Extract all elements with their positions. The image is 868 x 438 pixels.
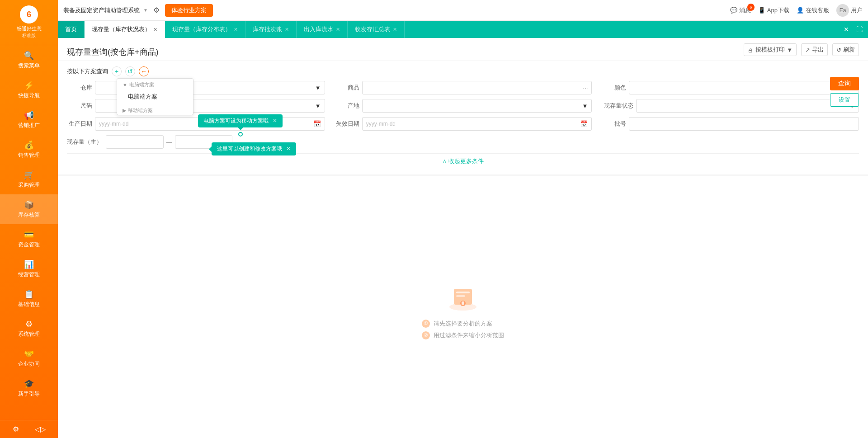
- sidebar-nav: 🔍 搜索菜单 ⚡ 快捷导航 📢 营销推广 💰 销售管理 🛒 采购管理 📦 库存核…: [0, 45, 58, 420]
- system-icon: ⚙: [25, 319, 33, 329]
- online-support-btn[interactable]: 👤 在线客服: [797, 6, 829, 14]
- refresh-btn[interactable]: ↺ 刷新: [832, 43, 859, 56]
- tab-inventory-status[interactable]: 现存量（库存状况表） ✕: [85, 21, 165, 38]
- filter-row-header: 按以下方案查询 + ↺ ←: [67, 66, 859, 76]
- sidebar-item-quick-nav[interactable]: ⚡ 快捷导航: [0, 75, 58, 105]
- sidebar-item-search[interactable]: 🔍 搜索菜单: [0, 45, 58, 75]
- sidebar-item-inventory[interactable]: 📦 库存核算: [0, 194, 58, 224]
- origin-select[interactable]: ▼: [362, 99, 592, 113]
- filter-stock-status: 现存量状态 ▼: [601, 99, 859, 113]
- tab-batch-account-close[interactable]: ✕: [285, 27, 289, 33]
- purchase-icon: 🛒: [24, 170, 34, 180]
- system-dropdown-arrow[interactable]: ▼: [143, 8, 148, 13]
- filter-row-3: 生产日期 yyyy-mm-dd 📅 失效日期 yyyy-mm-dd: [67, 117, 859, 131]
- refresh-scheme-btn[interactable]: ↺: [125, 66, 135, 76]
- color-select[interactable]: ▼: [629, 81, 859, 94]
- search-btn-group: 查询 设置: [830, 77, 859, 107]
- tab-collect-summary-close[interactable]: ✕: [393, 27, 397, 33]
- sidebar-item-sales[interactable]: 💰 销售管理: [0, 135, 58, 165]
- filter-production-date: 生产日期 yyyy-mm-dd 📅: [67, 117, 325, 131]
- collapse-bar[interactable]: ∧ 收起更多条件: [67, 153, 859, 169]
- tab-inventory-dist-close[interactable]: ✕: [234, 27, 238, 33]
- hint-text-2: 用过滤条件来缩小分析范围: [434, 331, 504, 339]
- tab-inout-flow[interactable]: 出入库流水 ✕: [297, 21, 348, 38]
- logo-icon: 6: [20, 5, 38, 24]
- expiry-date-start[interactable]: yyyy-mm-dd 📅: [362, 117, 592, 131]
- hint-num-1: ①: [422, 320, 430, 328]
- user-btn[interactable]: Ea 用户: [836, 4, 863, 17]
- collapse-arrow: ∧: [442, 158, 447, 165]
- inventory-icon: 📦: [24, 200, 34, 210]
- flash-icon: ⚡: [24, 80, 34, 90]
- production-date-start-calendar[interactable]: 📅: [313, 120, 321, 127]
- close-all-tabs-btn[interactable]: ✕: [842, 24, 851, 35]
- tab-inventory-dist[interactable]: 现存量（库存分布表） ✕: [165, 21, 245, 38]
- expiry-date-start-calendar[interactable]: 📅: [580, 120, 588, 127]
- tab-home[interactable]: 首页: [58, 21, 85, 38]
- trial-btn[interactable]: 体验行业方案: [165, 4, 213, 17]
- collapse-label: 收起更多条件: [448, 158, 484, 165]
- svg-rect-2: [456, 292, 470, 293]
- batch-input[interactable]: [629, 117, 859, 131]
- sidebar-item-marketing[interactable]: 📢 营销推广: [0, 105, 58, 135]
- sidebar-item-system[interactable]: ⚙ 系统管理: [0, 314, 58, 344]
- tabbar-actions: ✕ ⛶: [842, 24, 868, 35]
- sidebar-item-system-label: 系统管理: [18, 330, 40, 338]
- tab-home-label: 首页: [65, 25, 77, 33]
- sidebar-item-marketing-label: 营销推广: [18, 122, 40, 129]
- add-scheme-btn[interactable]: +: [112, 66, 122, 76]
- sidebar-item-purchase[interactable]: 🛒 采购管理: [0, 165, 58, 194]
- sidebar-item-finance[interactable]: 💳 资金管理: [0, 224, 58, 254]
- page-header: 现存量查询(按仓库+商品) 🖨 按模板打印 ▼ ↗ 导出 ↺ 刷新: [58, 38, 868, 61]
- topbar: 装备及固定资产辅助管理系统 ▼ ⚙ 体验行业方案 💬 消息 6 📱 App下载 …: [58, 0, 868, 21]
- mobile-icon: 📱: [758, 7, 765, 14]
- tab-inout-flow-close[interactable]: ✕: [336, 27, 340, 33]
- filter-color: 颜色 ▼: [601, 81, 859, 94]
- tab-batch-account-label: 库存批次账: [253, 25, 282, 33]
- print-dropdown-arrow: ▼: [787, 47, 793, 53]
- export-btn[interactable]: ↗ 导出: [801, 43, 828, 56]
- sidebar-item-basics[interactable]: 📋 基础信息: [0, 284, 58, 314]
- sidebar-item-guide[interactable]: 🎓 新手引导: [0, 373, 58, 403]
- tooltip-create-close[interactable]: ✕: [286, 146, 291, 152]
- online-support-label: 在线客服: [806, 6, 829, 14]
- scheme-desktop-item[interactable]: 电脑端方案: [117, 89, 193, 104]
- batch-label: 批号: [601, 120, 626, 128]
- scheme-item-label: 电脑端方案: [128, 93, 157, 101]
- stock-qty-min[interactable]: [106, 135, 164, 149]
- search-btn[interactable]: 查询: [830, 77, 859, 90]
- filter-section: 按以下方案查询 + ↺ ← ▼ 电脑端方案 电脑端方案 ▶ 移动端方案: [58, 61, 868, 174]
- tab-collect-summary[interactable]: 收发存汇总表 ✕: [348, 21, 405, 38]
- fullscreen-btn[interactable]: ⛶: [854, 24, 864, 35]
- print-btn[interactable]: 🖨 按模板打印 ▼: [744, 43, 797, 56]
- goods-select[interactable]: ···: [362, 81, 592, 94]
- tooltip-scheme-close[interactable]: ✕: [273, 118, 277, 124]
- reset-btn[interactable]: 设置: [830, 93, 859, 107]
- sidebar-item-enterprise[interactable]: 🤝 企业协同: [0, 344, 58, 373]
- back-scheme-btn[interactable]: ←: [139, 66, 149, 76]
- collapse-sidebar-btn[interactable]: ◁▷: [35, 425, 46, 433]
- scheme-desktop-label: 电脑端方案: [129, 81, 154, 88]
- stock-status-select[interactable]: ▼: [636, 99, 859, 113]
- sidebar-item-operations[interactable]: 📊 经营管理: [0, 254, 58, 284]
- scheme-mobile-label: 移动端方案: [128, 107, 153, 114]
- tabbar: 首页 现存量（库存状况表） ✕ 现存量（库存分布表） ✕ 库存批次账 ✕ 出入库…: [58, 21, 868, 38]
- sidebar-item-inventory-label: 库存核算: [18, 211, 40, 219]
- logo-text: 畅通好生意 标准版: [17, 25, 42, 39]
- message-badge: 6: [747, 4, 755, 11]
- hint-num-2: ②: [422, 331, 430, 339]
- message-icon: 💬: [730, 7, 737, 14]
- messages-btn[interactable]: 💬 消息 6: [730, 6, 751, 14]
- tab-batch-account[interactable]: 库存批次账 ✕: [245, 21, 297, 38]
- tab-inventory-status-close[interactable]: ✕: [153, 27, 157, 33]
- settings-icon[interactable]: ⚙: [13, 425, 19, 433]
- goods-label: 商品: [334, 84, 359, 92]
- svg-rect-5: [462, 301, 464, 305]
- empty-text: ① 请先选择要分析的方案 ② 用过滤条件来缩小分析范围: [422, 320, 504, 339]
- sales-icon: 💰: [24, 140, 34, 150]
- basics-icon: 📋: [24, 289, 34, 299]
- export-icon: ↗: [805, 47, 810, 53]
- sidebar-item-finance-label: 资金管理: [18, 241, 40, 249]
- app-download-btn[interactable]: 📱 App下载: [758, 6, 789, 14]
- topbar-settings-icon[interactable]: ⚙: [153, 6, 160, 14]
